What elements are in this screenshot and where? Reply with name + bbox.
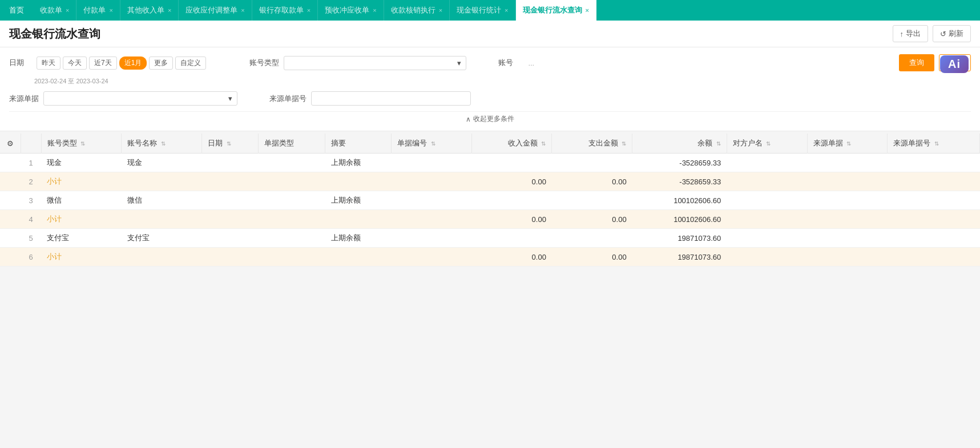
source-doc-no-input[interactable] (311, 91, 471, 106)
close-icon[interactable]: × (109, 7, 112, 14)
cell-income: 0.00 (471, 210, 552, 229)
close-icon[interactable]: × (439, 7, 442, 14)
th-summary: 摘要 (325, 134, 392, 154)
date-filter-group: 日期 昨天 今天 近7天 近1月 更多 自定义 (9, 56, 206, 70)
th-index (21, 134, 41, 154)
table-row[interactable]: 5支付宝支付宝上期余额19871073.60 (0, 229, 980, 248)
cell-source-doc (807, 191, 888, 210)
cell-expense (552, 229, 632, 248)
sort-icon: ⇅ (80, 140, 85, 147)
close-icon[interactable]: × (373, 7, 376, 14)
close-icon[interactable]: × (241, 7, 244, 14)
chevron-up-icon: ∧ (466, 115, 471, 123)
date-yesterday[interactable]: 昨天 (37, 56, 61, 70)
date-1month[interactable]: 近1月 (119, 56, 147, 70)
cell-summary: 上期余额 (325, 191, 392, 210)
date-custom[interactable]: 自定义 (175, 56, 206, 70)
cell-doc-type (258, 191, 325, 210)
nav-tab-prepay[interactable]: 预收冲应收单 × (318, 0, 384, 21)
nav-tab-stats[interactable]: 现金银行统计 × (450, 0, 515, 21)
top-nav: 首页 收款单 × 付款单 × 其他收入单 × 应收应付调整单 × 银行存取款单 … (0, 0, 980, 21)
th-source-doc-no[interactable]: 来源单据号 ⇅ (888, 134, 980, 154)
sort-icon: ⇅ (766, 140, 771, 147)
collapse-bar[interactable]: ∧ 收起更多条件 (9, 111, 971, 126)
nav-tab-verify[interactable]: 收款核销执行 × (384, 0, 450, 21)
cell-doc-type (258, 210, 325, 229)
close-icon[interactable]: × (66, 7, 69, 14)
source-doc-select[interactable]: ▾ (43, 91, 237, 106)
account-type-select[interactable]: ▾ (284, 56, 466, 70)
nav-tab-bank[interactable]: 银行存取款单 × (252, 0, 318, 21)
cell-source-doc-no (888, 191, 980, 210)
cell-gear (0, 210, 21, 229)
cell-date (202, 154, 259, 172)
sort-icon: ⇅ (541, 140, 546, 147)
filter-area: 日期 昨天 今天 近7天 近1月 更多 自定义 账号类型 ▾ 账号 ... (0, 47, 980, 131)
cell-summary: 上期余额 (325, 154, 392, 172)
cell-income (471, 191, 552, 210)
query-button[interactable]: 查询 (899, 54, 934, 71)
export-button[interactable]: ↑ 导出 (893, 25, 929, 42)
data-table: ⚙ 账号类型 ⇅ 账号名称 ⇅ 日期 ⇅ 单据类型 摘要 (0, 134, 980, 267)
nav-tab-fukuan[interactable]: 付款单 × (76, 0, 120, 21)
sort-icon: ⇅ (716, 140, 721, 147)
cell-balance: -3528659.33 (632, 172, 727, 191)
cell-source-doc-no (888, 172, 980, 191)
table-row[interactable]: 1现金现金上期余额-3528659.33 (0, 154, 980, 172)
chevron-down-icon: ▾ (457, 59, 461, 67)
close-icon[interactable]: × (168, 7, 171, 14)
nav-tab-adjust[interactable]: 应收应付调整单 × (179, 0, 252, 21)
th-date[interactable]: 日期 ⇅ (202, 134, 259, 154)
cell-doc-no (391, 191, 471, 210)
cell-expense: 0.00 (552, 172, 632, 191)
chevron-down-icon: ▾ (228, 94, 232, 103)
close-icon[interactable]: × (307, 7, 310, 14)
cell-expense: 0.00 (552, 248, 632, 267)
cell-balance: 100102606.60 (632, 210, 727, 229)
sort-icon: ⇅ (227, 140, 231, 147)
nav-tab-shoukuan[interactable]: 收款单 × (33, 0, 76, 21)
account-label: 账号 (498, 58, 521, 68)
th-account-type[interactable]: 账号类型 ⇅ (41, 134, 122, 154)
refresh-button[interactable]: ↺ 刷新 (933, 25, 971, 42)
cell-income (471, 229, 552, 248)
cell-income (471, 154, 552, 172)
table-row[interactable]: 6小计0.000.0019871073.60 (0, 248, 980, 267)
nav-tab-cashflow[interactable]: 现金银行流水查询 × (516, 0, 596, 21)
cell-index: 1 (21, 154, 41, 172)
cell-doc-type (258, 229, 325, 248)
close-icon[interactable]: × (586, 7, 589, 14)
cell-expense (552, 154, 632, 172)
th-expense[interactable]: 支出金额 ⇅ (552, 134, 632, 154)
th-income[interactable]: 收入金额 ⇅ (471, 134, 552, 154)
th-gear[interactable]: ⚙ (0, 134, 21, 154)
more-icon[interactable]: ... (526, 59, 537, 67)
cell-account-type: 小计 (41, 210, 122, 229)
table-row[interactable]: 2小计0.000.00-3528659.33 (0, 172, 980, 191)
cell-doc-no (391, 229, 471, 248)
table-row[interactable]: 4小计0.000.00100102606.60 (0, 210, 980, 229)
cell-account-type: 支付宝 (41, 229, 122, 248)
date-today[interactable]: 今天 (63, 56, 87, 70)
nav-tab-other-income[interactable]: 其他收入单 × (120, 0, 179, 21)
cell-doc-no (391, 210, 471, 229)
th-account-name[interactable]: 账号名称 ⇅ (122, 134, 202, 154)
th-source-doc[interactable]: 来源单据 ⇅ (807, 134, 888, 154)
cell-account-name: 现金 (122, 154, 202, 172)
cell-source-doc-no (888, 248, 980, 267)
date-more[interactable]: 更多 (149, 56, 173, 70)
cell-counterpart (727, 229, 807, 248)
ai-badge[interactable]: Ai (940, 55, 969, 73)
header-actions: ↑ 导出 ↺ 刷新 (893, 25, 971, 42)
th-balance[interactable]: 余额 ⇅ (632, 134, 727, 154)
account-type-label: 账号类型 (249, 58, 279, 68)
nav-home[interactable]: 首页 (0, 0, 33, 21)
filter-row-1: 日期 昨天 今天 近7天 近1月 更多 自定义 账号类型 ▾ 账号 ... (9, 54, 971, 71)
date-7days[interactable]: 近7天 (89, 56, 117, 70)
close-icon[interactable]: × (505, 7, 508, 14)
cell-gear (0, 191, 21, 210)
th-doc-no[interactable]: 单据编号 ⇅ (391, 134, 471, 154)
cell-balance: 19871073.60 (632, 248, 727, 267)
th-counterpart[interactable]: 对方户名 ⇅ (727, 134, 807, 154)
table-row[interactable]: 3微信微信上期余额100102606.60 (0, 191, 980, 210)
